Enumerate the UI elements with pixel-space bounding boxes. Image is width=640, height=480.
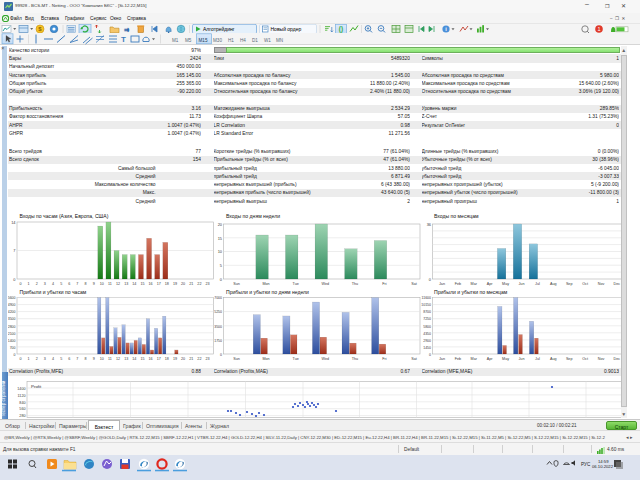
svg-text:8: 8: [84, 282, 86, 286]
svg-text:3500: 3500: [214, 325, 222, 329]
svg-text:Aug: Aug: [550, 357, 557, 361]
svg-text:2100: 2100: [8, 332, 16, 336]
svg-text:Jul: Jul: [535, 282, 540, 286]
svg-text:2900: 2900: [423, 339, 431, 343]
svg-text:Apr: Apr: [487, 282, 494, 286]
svg-text:0: 0: [429, 277, 432, 282]
svg-text:H1: H1: [228, 38, 234, 43]
svg-text:7: 7: [13, 248, 15, 253]
svg-text:РУС: РУС: [581, 462, 591, 467]
svg-text:Входы по дням недели: Входы по дням недели: [226, 213, 280, 219]
svg-text:M1: M1: [172, 38, 179, 43]
svg-text:1400: 1400: [17, 387, 25, 391]
svg-text:Jun: Jun: [519, 282, 525, 286]
svg-text:16: 16: [149, 282, 153, 286]
svg-text:7000: 7000: [214, 296, 222, 300]
svg-text:Aug: Aug: [550, 282, 557, 286]
svg-text:1: 1: [597, 26, 600, 32]
svg-text:0: 0: [220, 277, 223, 282]
svg-text:Mar: Mar: [471, 357, 478, 361]
svg-text:Profit: Profit: [31, 384, 42, 389]
svg-text:M15: M15: [199, 38, 208, 43]
svg-text:6: 6: [68, 282, 70, 286]
svg-text:280: 280: [19, 414, 25, 418]
svg-text:1750: 1750: [214, 339, 222, 343]
svg-text:Fri: Fri: [382, 357, 386, 361]
svg-text:14: 14: [132, 357, 136, 361]
svg-text:10150: 10150: [421, 303, 431, 307]
svg-text:19: 19: [173, 357, 177, 361]
svg-text:5250: 5250: [214, 310, 222, 314]
svg-text:4: 4: [52, 282, 54, 286]
svg-text:Sat: Sat: [411, 357, 417, 361]
svg-text:4900: 4900: [8, 303, 16, 307]
svg-text:14:59: 14:59: [598, 459, 609, 464]
svg-text:20: 20: [181, 282, 185, 286]
svg-text:Feb: Feb: [455, 357, 461, 361]
svg-text:11: 11: [108, 357, 112, 361]
svg-text:5: 5: [220, 263, 222, 268]
svg-text:06.10.2022: 06.10.2022: [592, 464, 614, 469]
svg-text:0: 0: [19, 282, 21, 286]
svg-text:4350: 4350: [423, 332, 431, 336]
svg-text:18: 18: [165, 357, 169, 361]
svg-text:May: May: [502, 357, 509, 361]
svg-text:8700: 8700: [423, 310, 431, 314]
svg-text:23: 23: [205, 357, 209, 361]
svg-text:700: 700: [10, 346, 16, 350]
svg-text:Mon: Mon: [263, 282, 270, 286]
svg-text:1450: 1450: [423, 346, 431, 350]
svg-text:Jul: Jul: [535, 357, 540, 361]
svg-text:Sep: Sep: [566, 357, 573, 361]
svg-text:22: 22: [197, 282, 201, 286]
svg-text:Oct: Oct: [582, 282, 588, 286]
svg-text:Sat: Sat: [411, 282, 417, 286]
svg-text:Sep: Sep: [566, 282, 573, 286]
svg-text:Dec: Dec: [614, 282, 621, 286]
svg-text:22: 22: [197, 357, 201, 361]
svg-text:Входы по часам (Азия, Европа,: Входы по часам (Азия, Европа, США): [20, 213, 109, 219]
svg-text:17: 17: [157, 357, 161, 361]
svg-text:5: 5: [60, 357, 62, 361]
svg-text:7: 7: [76, 282, 78, 286]
svg-text:M30: M30: [213, 38, 222, 43]
svg-text:Feb: Feb: [455, 282, 461, 286]
svg-text:T: T: [121, 35, 126, 44]
svg-text:15: 15: [140, 357, 144, 361]
svg-text:Прибыли и убытки по месяцам: Прибыли и убытки по месяцам: [434, 289, 508, 295]
svg-text:Прибыли и убытки по дням недел: Прибыли и убытки по дням недели: [226, 289, 309, 295]
svg-text:10: 10: [100, 282, 104, 286]
svg-text:Sun: Sun: [233, 357, 240, 361]
svg-text:12: 12: [116, 282, 120, 286]
svg-text:Apr: Apr: [487, 357, 494, 361]
svg-text:Входы по месяцам: Входы по месяцам: [434, 213, 479, 219]
svg-text:3500: 3500: [8, 317, 16, 321]
svg-text:6: 6: [68, 357, 70, 361]
svg-text:3: 3: [44, 282, 46, 286]
svg-text:19: 19: [173, 282, 177, 286]
svg-text:Nov: Nov: [598, 357, 605, 361]
svg-text:3: 3: [44, 357, 46, 361]
svg-text:21: 21: [189, 282, 193, 286]
svg-text:1120: 1120: [18, 394, 26, 398]
svg-text:Jan: Jan: [439, 357, 445, 361]
svg-text:0: 0: [429, 353, 431, 357]
svg-text:MN: MN: [276, 38, 283, 43]
svg-text:H4: H4: [240, 38, 246, 43]
svg-text:8: 8: [84, 357, 86, 361]
svg-text:Новый ордер: Новый ордер: [271, 26, 302, 32]
svg-text:15: 15: [140, 282, 144, 286]
svg-text:20: 20: [181, 357, 185, 361]
svg-text:12: 12: [116, 357, 120, 361]
svg-text:7250: 7250: [423, 317, 431, 321]
svg-text:Fri: Fri: [382, 282, 386, 286]
svg-text:1: 1: [28, 282, 30, 286]
svg-text:10: 10: [100, 357, 104, 361]
svg-text:5: 5: [60, 282, 62, 286]
svg-text:Jan: Jan: [439, 282, 445, 286]
svg-text:1: 1: [28, 357, 30, 361]
svg-text:4: 4: [52, 357, 54, 361]
svg-text:17: 17: [157, 282, 161, 286]
svg-text:0: 0: [19, 357, 21, 361]
svg-text:1400: 1400: [8, 339, 16, 343]
